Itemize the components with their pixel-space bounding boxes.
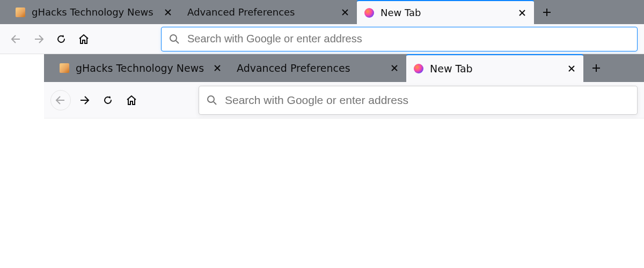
firefox-favicon-icon	[414, 64, 423, 73]
tab-close-button[interactable]	[340, 7, 350, 18]
navigation-toolbar	[44, 82, 644, 118]
tab-ghacks[interactable]: gHacks Technology News	[52, 54, 229, 82]
plus-icon	[542, 8, 552, 17]
tab-label: gHacks Technology News	[76, 62, 207, 74]
new-tab-button[interactable]	[536, 2, 558, 23]
search-icon	[207, 95, 217, 106]
tab-strip: gHacks Technology News Advanced Preferen…	[0, 0, 644, 24]
forward-button[interactable]	[29, 29, 48, 49]
close-icon	[341, 9, 349, 16]
back-button[interactable]	[50, 90, 71, 110]
tab-label: New Tab	[380, 7, 511, 18]
forward-button[interactable]	[74, 90, 94, 110]
tab-newtab[interactable]: New Tab	[406, 54, 583, 82]
url-input[interactable]	[225, 94, 630, 107]
home-button[interactable]	[74, 29, 93, 49]
browser-window-top: gHacks Technology News Advanced Preferen…	[0, 0, 644, 54]
tab-label: Advanced Preferences	[237, 62, 384, 74]
back-button[interactable]	[6, 29, 26, 49]
navigation-toolbar	[0, 24, 644, 54]
home-button[interactable]	[121, 90, 142, 110]
tab-close-button[interactable]	[163, 7, 173, 18]
plus-icon	[591, 63, 601, 73]
tab-close-button[interactable]	[389, 63, 400, 73]
tab-ghacks[interactable]: gHacks Technology News	[8, 0, 180, 24]
reload-button[interactable]	[98, 90, 118, 110]
close-icon	[568, 65, 575, 72]
ghacks-favicon-icon	[60, 63, 69, 73]
close-icon	[391, 64, 398, 72]
tab-label: gHacks Technology News	[32, 6, 157, 18]
arrow-left-icon	[55, 94, 67, 106]
arrow-right-icon	[78, 94, 90, 106]
tab-label: Advanced Preferences	[187, 6, 334, 18]
url-bar[interactable]	[199, 86, 638, 115]
reload-button[interactable]	[52, 29, 71, 49]
tab-preferences[interactable]: Advanced Preferences	[229, 54, 406, 82]
svg-point-22	[208, 96, 214, 102]
tab-close-button[interactable]	[517, 8, 528, 18]
reload-icon	[56, 34, 67, 44]
tab-close-button[interactable]	[566, 63, 577, 74]
arrow-right-icon	[33, 33, 45, 45]
close-icon	[518, 9, 526, 17]
firefox-favicon-icon	[364, 8, 374, 18]
tab-strip: gHacks Technology News Advanced Preferen…	[44, 54, 644, 82]
browser-window-bottom: gHacks Technology News Advanced Preferen…	[44, 54, 644, 118]
url-bar[interactable]	[161, 27, 638, 51]
url-input[interactable]	[187, 33, 630, 45]
home-icon	[78, 33, 90, 45]
close-icon	[214, 64, 221, 72]
tab-close-button[interactable]	[212, 63, 223, 73]
close-icon	[164, 9, 172, 16]
search-icon	[169, 34, 180, 44]
svg-line-11	[176, 41, 179, 43]
tab-newtab[interactable]: New Tab	[357, 0, 534, 24]
arrow-left-icon	[10, 33, 22, 45]
reload-icon	[103, 95, 113, 106]
tab-preferences[interactable]: Advanced Preferences	[180, 0, 357, 24]
home-icon	[126, 94, 137, 106]
svg-point-10	[170, 35, 177, 41]
new-tab-button[interactable]	[586, 57, 607, 79]
tab-label: New Tab	[430, 63, 561, 75]
svg-line-23	[214, 102, 216, 105]
ghacks-favicon-icon	[16, 8, 25, 17]
